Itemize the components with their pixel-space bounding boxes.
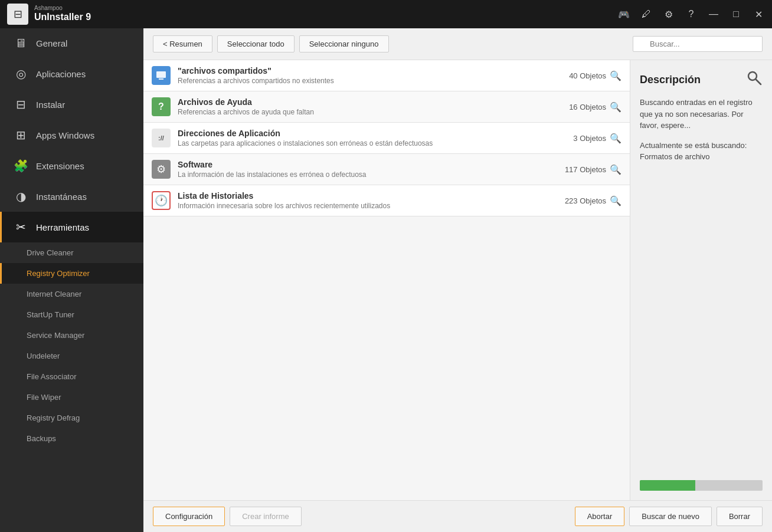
software-title: Software: [178, 160, 558, 169]
edit-icon[interactable]: 🖊: [640, 8, 653, 21]
sidebar-item-instantaneas[interactable]: ◑ Instantáneas: [0, 181, 143, 212]
direcciones-title: Direcciones de Aplicación: [178, 129, 566, 138]
app-title-text: Ashampoo UnInstaller 9: [34, 5, 91, 22]
sidebar-item-label: Aplicaciones: [36, 69, 86, 79]
app-name: UnInstaller 9: [34, 11, 91, 22]
toolbar: < Resumen Seleccionar todo Seleccionar n…: [143, 28, 772, 60]
sidebar-sub-item-label: Backups: [27, 434, 56, 443]
lista-historiales-title: Lista de Historiales: [178, 191, 558, 201]
svg-line-3: [756, 80, 761, 84]
sidebar-sub-item-label: Registry Defrag: [27, 413, 80, 422]
svg-point-2: [748, 72, 757, 80]
sidebar-sub-item-label: Internet Cleaner: [27, 290, 81, 298]
sidebar-item-apps-windows[interactable]: ⊞ Apps Windows: [0, 120, 143, 150]
direcciones-desc: Las carpetas para aplicaciones o instala…: [178, 139, 566, 147]
archivos-ayuda-count: 16 Objetos 🔍: [569, 101, 621, 113]
direcciones-text: Direcciones de Aplicación Las carpetas p…: [178, 129, 566, 147]
sidebar-item-general[interactable]: 🖥 General: [0, 28, 143, 58]
resumen-button[interactable]: < Resumen: [153, 35, 212, 52]
abortar-button[interactable]: Abortar: [575, 507, 625, 526]
search-wrapper: 🔍: [633, 36, 763, 52]
sidebar-item-file-associator[interactable]: File Associator: [0, 366, 143, 387]
desc-header: Descripción: [640, 70, 763, 90]
archivos-ayuda-title: Archivos de Ayuda: [178, 97, 562, 107]
progress-bar: [640, 480, 763, 491]
magnify-icon[interactable]: 🔍: [610, 164, 621, 175]
archivos-compartidos-count: 40 Objetos 🔍: [569, 70, 621, 81]
sidebar-item-label: General: [36, 38, 67, 48]
sidebar-item-startup-tuner[interactable]: StartUp Tuner: [0, 304, 143, 325]
content-area: < Resumen Seleccionar todo Seleccionar n…: [143, 28, 772, 532]
select-all-button[interactable]: Seleccionar todo: [217, 35, 295, 52]
main-layout: 🖥 General ◎ Aplicaciones ⊟ Instalar ⊞ Ap…: [0, 28, 772, 532]
buscar-nuevo-button[interactable]: Buscar de nuevo: [629, 507, 712, 526]
sidebar-sub-item-label: File Associator: [27, 372, 77, 381]
sidebar-item-internet-cleaner[interactable]: Internet Cleaner: [0, 284, 143, 304]
sidebar: 🖥 General ◎ Aplicaciones ⊟ Instalar ⊞ Ap…: [0, 28, 143, 532]
sidebar-item-label: Instalar: [36, 100, 65, 110]
borrar-button[interactable]: Borrar: [717, 507, 763, 526]
magnify-icon[interactable]: 🔍: [610, 70, 621, 81]
sidebar-sub-item-label: Undeleter: [27, 352, 60, 360]
titlebar: ⊟ Ashampoo UnInstaller 9 🎮 🖊 ⚙ ? — □ ✕: [0, 0, 772, 28]
registry-item-direcciones-aplicacion[interactable]: :// Direcciones de Aplicación Las carpet…: [143, 123, 630, 154]
desc-text: Buscando entradas en el registro que ya …: [640, 97, 763, 132]
description-panel: Descripción Buscando entradas en el regi…: [630, 60, 772, 500]
registry-item-software[interactable]: ⚙ Software La información de las instala…: [143, 154, 630, 185]
magnify-icon[interactable]: 🔍: [610, 101, 621, 113]
sidebar-item-label: Apps Windows: [36, 130, 94, 140]
sidebar-item-undeleter[interactable]: Undeleter: [0, 346, 143, 366]
bottom-bar: Configuración Crear informe Abortar Busc…: [143, 500, 772, 532]
help-icon[interactable]: ?: [685, 8, 698, 21]
titlebar-left: ⊟ Ashampoo UnInstaller 9: [7, 4, 91, 25]
titlebar-controls: 🎮 🖊 ⚙ ? — □ ✕: [617, 8, 765, 21]
sidebar-item-drive-cleaner[interactable]: Drive Cleaner: [0, 242, 143, 263]
maximize-icon[interactable]: □: [730, 8, 742, 21]
app-logo: ⊟: [7, 4, 28, 25]
crear-informe-button[interactable]: Crear informe: [230, 507, 301, 526]
sidebar-sub-item-label: Drive Cleaner: [27, 248, 73, 257]
tools-icon: ✂: [14, 220, 28, 234]
progress-bar-fill: [640, 480, 695, 491]
sidebar-item-label: Extensiones: [36, 161, 84, 171]
desc-searching: Actualmente se está buscando: Formatos d…: [640, 140, 763, 163]
software-text: Software La información de las instalaci…: [178, 160, 558, 179]
software-count: 117 Objetos 🔍: [565, 164, 621, 175]
sidebar-item-instalar[interactable]: ⊟ Instalar: [0, 89, 143, 120]
sidebar-item-registry-optimizer[interactable]: Registry Optimizer: [0, 263, 143, 284]
select-none-button[interactable]: Seleccionar ninguno: [299, 35, 389, 52]
sidebar-item-registry-defrag[interactable]: Registry Defrag: [0, 408, 143, 428]
sidebar-item-label: Instantáneas: [36, 192, 87, 202]
monitor-icon[interactable]: 🎮: [617, 8, 630, 21]
close-icon[interactable]: ✕: [752, 8, 765, 21]
software-icon: ⚙: [152, 160, 171, 179]
archivos-ayuda-text: Archivos de Ayuda Referencias a archivos…: [178, 97, 562, 116]
lista-historiales-icon: 🕐: [152, 191, 171, 210]
sidebar-item-extensiones[interactable]: 🧩 Extensiones: [0, 150, 143, 181]
registry-item-archivos-compartidos[interactable]: "archivos compartidos" Referencias a arc…: [143, 60, 630, 91]
magnify-icon[interactable]: 🔍: [610, 195, 621, 206]
sidebar-item-backups[interactable]: Backups: [0, 428, 143, 449]
sidebar-item-service-manager[interactable]: Service Manager: [0, 325, 143, 346]
sidebar-item-herramientas[interactable]: ✂ Herramientas: [0, 212, 143, 242]
archivos-compartidos-desc: Referencias a archivos compartidos no ex…: [178, 77, 562, 85]
sidebar-item-file-wiper[interactable]: File Wiper: [0, 387, 143, 408]
archivos-ayuda-desc: Referencias a archivos de ayuda que falt…: [178, 108, 562, 116]
desc-search-icon: [746, 70, 763, 90]
minimize-icon[interactable]: —: [707, 8, 720, 21]
extensions-icon: 🧩: [14, 159, 28, 173]
archivos-compartidos-icon: [152, 66, 171, 85]
archivos-ayuda-icon: ?: [152, 97, 171, 116]
registry-item-archivos-ayuda[interactable]: ? Archivos de Ayuda Referencias a archiv…: [143, 91, 630, 123]
magnify-icon[interactable]: 🔍: [610, 133, 621, 144]
configuracion-button[interactable]: Configuración: [153, 507, 225, 526]
direcciones-icon: ://: [152, 129, 171, 147]
archivos-compartidos-title: "archivos compartidos": [178, 66, 562, 75]
registry-item-lista-historiales[interactable]: 🕐 Lista de Historiales Información innec…: [143, 185, 630, 216]
lista-historiales-text: Lista de Historiales Información inneces…: [178, 191, 558, 210]
settings-icon[interactable]: ⚙: [662, 8, 675, 21]
search-input[interactable]: [633, 36, 763, 52]
archivos-compartidos-text: "archivos compartidos" Referencias a arc…: [178, 66, 562, 85]
sidebar-item-aplicaciones[interactable]: ◎ Aplicaciones: [0, 58, 143, 89]
software-desc: La información de las instalaciones es e…: [178, 170, 558, 179]
